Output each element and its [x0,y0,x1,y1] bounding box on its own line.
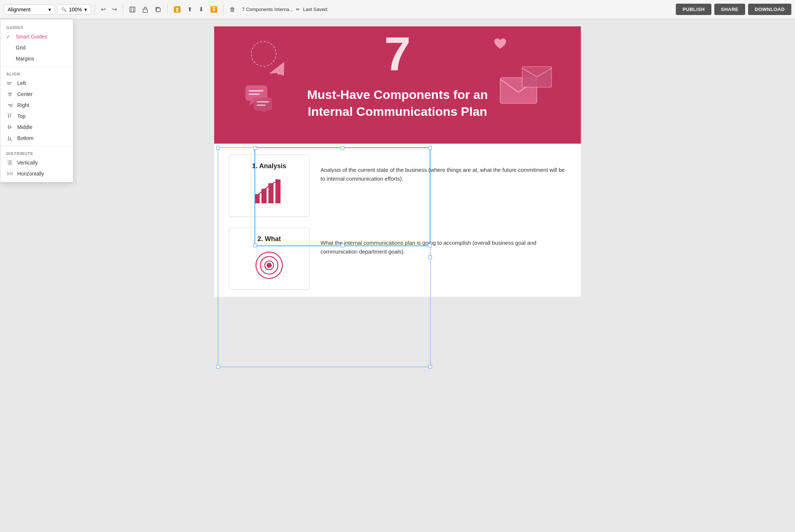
align-bottom-item[interactable]: Bottom [0,133,73,144]
item-2-icon [237,249,302,282]
edit-icon[interactable]: ✏ [296,7,300,12]
distribute-vertically-label: Vertically [17,160,38,166]
hero-title-line1: Must-Have Components for an [307,86,488,103]
svg-rect-24 [7,162,12,163]
bring-to-front-button[interactable]: ⏫ [171,4,183,15]
canvas: 7 [214,26,581,525]
hero-number: 7 [384,30,411,78]
svg-rect-20 [7,140,12,141]
align-center-icon [6,91,14,97]
align-left-item[interactable]: Left [0,78,73,89]
svg-rect-30 [12,171,13,176]
slide-hero: 7 [214,26,581,144]
svg-rect-13 [9,106,12,107]
frame-button[interactable] [127,4,138,15]
doc-title: 7 Components Interna... [242,7,293,12]
distribute-vertically-icon [6,160,14,166]
zoom-control[interactable]: 🔍 100% ▾ [57,4,91,15]
main-layout: GUIDES ✓ Smart Guides ✓ Grid ✓ Margins A… [0,19,795,532]
svg-rect-26 [8,161,11,162]
slide-hero-title: Must-Have Components for an Internal Com… [307,86,488,120]
send-to-back-button[interactable]: ⏬ [208,4,220,15]
hero-title-line2: Internal Communications Plan [307,103,488,120]
duplicate-button[interactable] [153,4,164,15]
item-2-row: 2. What [214,224,581,297]
share-button[interactable]: SHARE [714,4,745,15]
svg-rect-32 [11,173,12,175]
svg-rect-16 [10,115,11,117]
canvas-area[interactable]: 7 [0,19,795,532]
separator-1 [95,4,95,15]
delete-button[interactable]: 🗑 [227,4,238,15]
align-center-label: Center [17,91,33,97]
smart-guides-item[interactable]: ✓ Smart Guides [0,31,73,42]
toolbar: Alignment ▾ 🔍 100% ▾ ↩ ↪ ⏫ ⬆ ⬇ ⏬ 🗑 [0,0,795,19]
margins-item[interactable]: ✓ Margins [0,53,73,64]
distribute-horizontally-label: Horizontally [17,171,44,177]
svg-rect-14 [7,114,12,114]
item-1-description: Analysis of the current state of the bus… [320,155,566,183]
align-right-item[interactable]: Right [0,100,73,111]
align-top-item[interactable]: Top [0,111,73,122]
svg-rect-6 [8,82,12,83]
svg-point-48 [267,263,272,268]
align-middle-item[interactable]: Middle [0,122,73,133]
svg-rect-12 [8,104,12,105]
align-center-item[interactable]: Center [0,89,73,100]
outer-handle-bl[interactable] [216,365,220,369]
lock-button[interactable] [140,4,150,15]
item-2-card[interactable]: 2. What [229,228,309,289]
svg-rect-21 [8,136,9,140]
smart-guides-check-icon: ✓ [6,34,12,40]
doc-title-area: 7 Components Interna... ✏ Last Saved: [242,7,328,12]
align-left-icon [6,80,14,86]
distribute-vertically-item[interactable]: Vertically [0,157,73,168]
outer-handle-br[interactable] [428,365,432,369]
bring-forward-button[interactable]: ⬆ [185,4,194,15]
svg-rect-4 [157,8,160,12]
align-right-icon [6,102,14,108]
dropdown-arrow-icon: ▾ [48,7,51,12]
item-1-card[interactable]: 1. Analysis [229,155,309,217]
svg-rect-37 [249,93,260,95]
svg-rect-11 [12,103,13,107]
zoom-label: 100% [69,7,82,12]
send-backward-button[interactable]: ⬇ [197,4,206,15]
redo-button[interactable]: ↪ [110,4,119,15]
svg-rect-44 [275,180,281,203]
undo-button[interactable]: ↩ [99,4,108,15]
publish-button[interactable]: PUBLISH [676,4,711,15]
download-button[interactable]: DOWNLOAD [748,4,791,15]
svg-rect-19 [10,126,11,129]
separator-3 [167,4,168,15]
zoom-search-icon: 🔍 [61,7,67,12]
alignment-dropdown-panel: GUIDES ✓ Smart Guides ✓ Grid ✓ Margins A… [0,19,73,182]
distribute-section-label: DISTRIBUTE [0,148,73,157]
svg-rect-39 [257,101,269,103]
align-section-label: ALIGN [0,69,73,78]
alignment-dropdown-label: Alignment [8,7,30,12]
align-left-label: Left [17,80,26,86]
align-middle-icon [6,124,14,130]
svg-rect-38 [254,97,272,111]
svg-rect-15 [8,115,9,118]
distribute-horizontally-item[interactable]: Horizontally [0,168,73,179]
svg-rect-31 [8,173,9,175]
content-section: 1. Analysis [214,144,581,297]
deco-heart-icon [493,37,508,52]
item-2-description: What the internal communications plan is… [320,228,566,256]
svg-rect-5 [7,81,8,85]
svg-rect-29 [10,171,10,176]
alignment-dropdown[interactable]: Alignment ▾ [4,4,55,15]
align-right-label: Right [17,102,29,108]
svg-rect-10 [8,95,11,96]
deco-envelope-group [493,56,559,116]
item-1-title: 1. Analysis [237,162,302,170]
deco-circle [251,41,276,67]
last-saved-label: Last Saved: [303,7,328,12]
grid-item[interactable]: ✓ Grid [0,42,73,53]
grid-label: Grid [16,45,25,51]
svg-rect-23 [7,160,12,161]
margins-label: Margins [16,56,34,62]
svg-rect-18 [8,125,9,129]
